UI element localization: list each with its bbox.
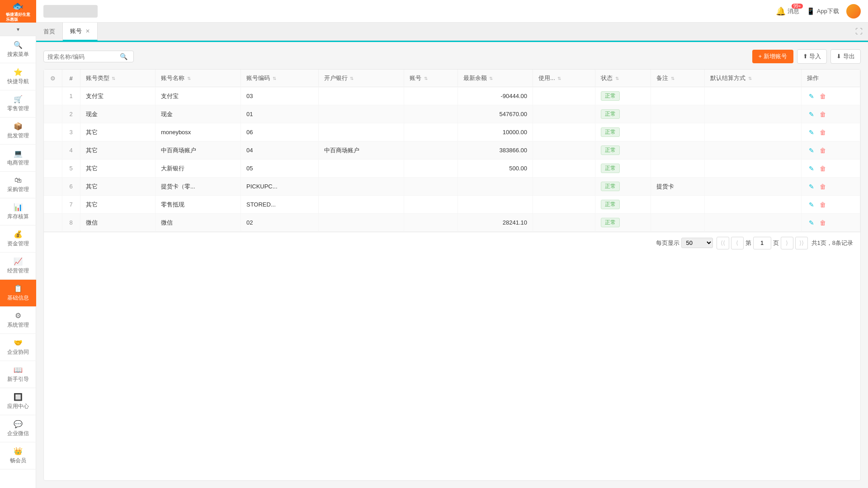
add-account-button[interactable]: + 新增账号 bbox=[752, 50, 793, 63]
sort-account-code-icon: ⇅ bbox=[273, 76, 276, 81]
col-account-no[interactable]: 账号 ⇅ bbox=[404, 70, 458, 87]
row-latest-balance-6 bbox=[458, 196, 533, 214]
sidebar-item-vip-member[interactable]: 👑 畅会员 bbox=[0, 442, 36, 469]
row-num-4: 5 bbox=[62, 160, 80, 178]
delete-button-6[interactable]: 🗑 bbox=[818, 200, 828, 209]
sidebar-item-retail-mgmt[interactable]: 🛒 零售管理 bbox=[0, 90, 36, 117]
search-box[interactable]: 🔍 bbox=[43, 51, 134, 62]
col-opening-bank[interactable]: 开户银行 ⇅ bbox=[318, 70, 404, 87]
sidebar-item-quick-nav[interactable]: ⭐ 快捷导航 bbox=[0, 63, 36, 90]
sidebar-item-purchase-mgmt[interactable]: 🛍 采购管理 bbox=[0, 172, 36, 198]
col-default-settlement[interactable]: 默认结算方式 ⇅ bbox=[705, 70, 802, 87]
col-remark[interactable]: 备注 ⇅ bbox=[651, 70, 705, 87]
sidebar-item-system-mgmt[interactable]: ⚙ 系统管理 bbox=[0, 307, 36, 334]
status-badge-0: 正常 bbox=[601, 91, 620, 101]
col-latest-balance[interactable]: 最新余额 ⇅ bbox=[458, 70, 533, 87]
col-account-code[interactable]: 账号编码 ⇅ bbox=[241, 70, 318, 87]
edit-button-1[interactable]: ✎ bbox=[807, 110, 816, 119]
edit-button-0[interactable]: ✎ bbox=[807, 92, 816, 101]
last-page-button[interactable]: ⟩⟩ bbox=[795, 237, 808, 249]
tab-home[interactable]: 首页 bbox=[36, 23, 63, 41]
row-num-6: 7 bbox=[62, 196, 80, 214]
delete-button-7[interactable]: 🗑 bbox=[818, 218, 828, 227]
tab-close-icon[interactable]: ✕ bbox=[85, 28, 90, 34]
col-status[interactable]: 状态 ⇅ bbox=[595, 70, 651, 87]
sidebar-item-inventory[interactable]: 📊 库存核算 bbox=[0, 198, 36, 225]
sort-account-type-icon: ⇅ bbox=[112, 76, 115, 81]
delete-button-5[interactable]: 🗑 bbox=[818, 182, 828, 191]
user-avatar[interactable] bbox=[846, 4, 861, 19]
edit-button-7[interactable]: ✎ bbox=[807, 218, 816, 227]
row-num-7: 8 bbox=[62, 214, 80, 232]
first-page-button[interactable]: ⟨⟨ bbox=[717, 237, 729, 249]
export-button[interactable]: ⬇ 导出 bbox=[830, 49, 861, 64]
sidebar-item-search-menu[interactable]: 🔍 搜索菜单 bbox=[0, 36, 36, 63]
accounts-table-wrap: ⚙ # 账号类型 ⇅ 账号名称 ⇅ 账号编码 ⇅ 开户银行 ⇅ 账号 ⇅ 最新余… bbox=[43, 69, 861, 481]
row-default-settlement-3 bbox=[705, 141, 802, 160]
edit-button-2[interactable]: ✎ bbox=[807, 128, 816, 137]
message-button[interactable]: 🔔 消息 99+ bbox=[776, 6, 799, 16]
row-opening-bank-2 bbox=[318, 123, 404, 141]
tab-account-label: 账号 bbox=[70, 27, 82, 35]
sidebar-item-finance-mgmt[interactable]: 💰 资金管理 bbox=[0, 225, 36, 253]
edit-button-6[interactable]: ✎ bbox=[807, 200, 816, 209]
col-account-name[interactable]: 账号名称 ⇅ bbox=[155, 70, 241, 87]
row-status-2: 正常 bbox=[595, 123, 651, 141]
status-badge-3: 正常 bbox=[601, 145, 620, 155]
delete-button-1[interactable]: 🗑 bbox=[818, 110, 828, 119]
search-icon[interactable]: 🔍 bbox=[120, 53, 127, 60]
edit-button-5[interactable]: ✎ bbox=[807, 182, 816, 191]
col-account-type[interactable]: 账号类型 ⇅ bbox=[80, 70, 155, 87]
import-button[interactable]: ⬆ 导入 bbox=[797, 49, 827, 64]
edit-button-3[interactable]: ✎ bbox=[807, 146, 816, 155]
sidebar-dropdown[interactable]: ▾ bbox=[0, 23, 36, 36]
sidebar-item-basic-info[interactable]: 📋 基础信息 bbox=[0, 280, 36, 307]
topbar-left bbox=[43, 5, 98, 18]
inventory-icon: 📊 bbox=[2, 203, 34, 211]
purchase-mgmt-icon: 🛍 bbox=[2, 176, 34, 184]
row-settings-1 bbox=[44, 105, 62, 123]
col-use-status[interactable]: 使用... ⇅ bbox=[533, 70, 595, 87]
prev-page-button[interactable]: ⟨ bbox=[731, 237, 744, 249]
app-download-label: App下载 bbox=[817, 7, 839, 15]
row-default-settlement-0 bbox=[705, 87, 802, 105]
delete-button-2[interactable]: 🗑 bbox=[818, 128, 828, 137]
tab-expand-button[interactable]: ⛶ bbox=[850, 28, 868, 36]
row-default-settlement-5 bbox=[705, 178, 802, 196]
sidebar-item-enterprise-agreement[interactable]: 🤝 企业协同 bbox=[0, 334, 36, 361]
sort-status-icon: ⇅ bbox=[615, 76, 619, 81]
col-settings[interactable]: ⚙ bbox=[44, 70, 62, 87]
status-badge-4: 正常 bbox=[601, 164, 620, 173]
page-size-dropdown[interactable]: 10 20 50 100 bbox=[681, 238, 713, 248]
row-account-type-6: 其它 bbox=[80, 196, 155, 214]
delete-button-3[interactable]: 🗑 bbox=[818, 146, 828, 155]
sidebar-item-app-center[interactable]: 🔲 应用中心 bbox=[0, 388, 36, 415]
row-account-no-6 bbox=[404, 196, 458, 214]
row-account-code-0: 03 bbox=[241, 87, 318, 105]
toolbar: 🔍 + 新增账号 ⬆ 导入 ⬇ 导出 bbox=[43, 49, 861, 64]
topbar-right: 🔔 消息 99+ 📱 App下载 bbox=[776, 4, 861, 19]
sidebar-item-new-guide[interactable]: 📖 新手引导 bbox=[0, 361, 36, 388]
row-actions-4: ✎ 🗑 bbox=[802, 160, 860, 178]
search-input[interactable] bbox=[47, 53, 120, 60]
app-download-button[interactable]: 📱 App下载 bbox=[807, 7, 839, 15]
next-page-button[interactable]: ⟩ bbox=[781, 237, 793, 249]
topbar-search[interactable] bbox=[43, 5, 98, 18]
sidebar-item-operations-mgmt[interactable]: 📈 经营管理 bbox=[0, 253, 36, 280]
edit-button-4[interactable]: ✎ bbox=[807, 164, 816, 173]
row-account-code-3: 04 bbox=[241, 141, 318, 160]
row-remark-3 bbox=[651, 141, 705, 160]
tab-account[interactable]: 账号 ✕ bbox=[63, 23, 98, 41]
sidebar-item-ecom-mgmt[interactable]: 💻 电商管理 bbox=[0, 145, 36, 172]
enterprise-wechat-icon: 💬 bbox=[2, 420, 34, 428]
row-status-7: 正常 bbox=[595, 214, 651, 232]
accounts-table: ⚙ # 账号类型 ⇅ 账号名称 ⇅ 账号编码 ⇅ 开户银行 ⇅ 账号 ⇅ 最新余… bbox=[44, 70, 860, 232]
row-account-no-1 bbox=[404, 105, 458, 123]
page-nav: ⟨⟨ ⟨ 第 页 ⟩ ⟩⟩ bbox=[717, 237, 808, 249]
delete-button-0[interactable]: 🗑 bbox=[818, 92, 828, 101]
delete-button-4[interactable]: 🗑 bbox=[818, 164, 828, 173]
sidebar-item-enterprise-wechat[interactable]: 💬 企业微信 bbox=[0, 415, 36, 442]
sidebar-item-wholesale-mgmt[interactable]: 📦 批发管理 bbox=[0, 117, 36, 145]
row-remark-5: 提货卡 bbox=[651, 178, 705, 196]
page-number-input[interactable] bbox=[753, 237, 771, 249]
